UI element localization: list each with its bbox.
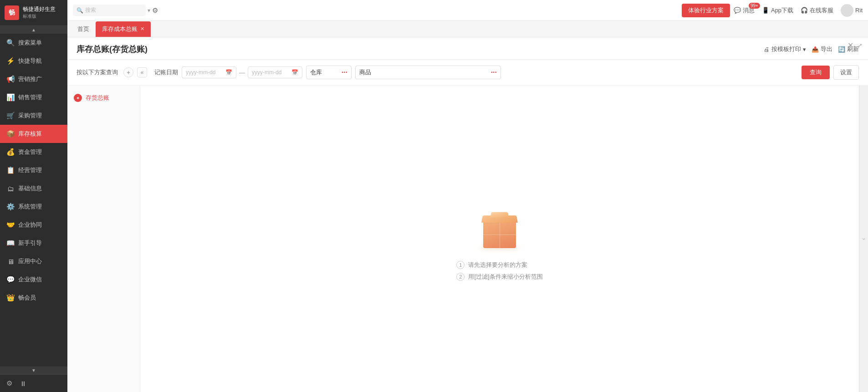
online-support-btn[interactable]: 🎧 在线客服 xyxy=(801,6,833,15)
sidebar-item-finance[interactable]: 💰 资金管理 xyxy=(0,143,67,161)
right-side-panel[interactable]: › xyxy=(859,86,868,392)
cooperation-icon: 🤝 xyxy=(6,221,15,229)
member-icon: 👑 xyxy=(6,294,15,302)
product-select[interactable]: 商品 ··· xyxy=(355,66,501,79)
right-main: 1 请先选择要分析的方案 2 用[过滤]条件来缩小分析范围 xyxy=(140,86,859,392)
product-more-icon: ··· xyxy=(491,68,497,76)
operation-icon: 📋 xyxy=(6,166,15,174)
filter-label: 按以下方案查询 xyxy=(77,68,118,76)
sidebar-item-cooperation[interactable]: 🤝 企业协同 xyxy=(0,216,67,234)
page-close-btn[interactable]: ✕ xyxy=(848,41,853,50)
filter-action-btns: 查询 设置 xyxy=(802,65,859,80)
export-btn[interactable]: 📤 导出 xyxy=(812,45,832,53)
sidebar-scroll-up[interactable]: ▲ xyxy=(0,26,67,34)
marketing-icon: 📢 xyxy=(6,75,15,83)
purchase-icon: 🛒 xyxy=(6,112,15,120)
sidebar-item-inventory[interactable]: 📦 库存核算 xyxy=(0,125,67,143)
filter-add-btn[interactable]: + xyxy=(123,67,133,77)
calendar-icon: 📅 xyxy=(225,69,232,76)
filter-bar: 按以下方案查询 + « 记账日期 yyyy-mm-dd 📅 — yyyy-mm-… xyxy=(67,60,868,86)
empty-illustration xyxy=(472,197,527,252)
finance-icon: 💰 xyxy=(6,148,15,156)
sidebar-item-wechat[interactable]: 💬 企业微信 xyxy=(0,270,67,289)
main-area: 🔍 搜索 ▾ ⚙ 体验行业方案 💬 消息 99+ 📱 App下载 🎧 在线客服 xyxy=(67,0,868,392)
content-area: ✦ 存货总账 xyxy=(67,86,868,392)
avatar-image xyxy=(841,4,853,17)
topbar-nav: 🔍 搜索 ▾ ⚙ xyxy=(73,5,678,16)
phone-icon: 📱 xyxy=(762,7,769,14)
sidebar-item-shortcut[interactable]: ⚡ 快捷导航 xyxy=(0,52,67,70)
sidebar-scroll-down[interactable]: ▼ xyxy=(0,367,67,374)
topbar-right: 💬 消息 99+ 📱 App下载 🎧 在线客服 Rit xyxy=(734,4,863,17)
page-title: 库存总账(存货总账) xyxy=(77,44,148,55)
print-icon: 🖨 xyxy=(764,46,770,53)
guide-icon: 📖 xyxy=(6,239,15,247)
page-header: 库存总账(存货总账) 🖨 按模板打印 ▾ 📤 导出 🔄 刷新 xyxy=(67,37,868,60)
empty-state: 1 请先选择要分析的方案 2 用[过滤]条件来缩小分析范围 xyxy=(456,197,542,281)
tab-close-icon[interactable]: ✕ xyxy=(140,26,144,32)
topbar-search[interactable]: 🔍 搜索 xyxy=(73,5,146,16)
app-name: 畅捷通好生意 xyxy=(23,6,56,13)
topbar-gear-icon[interactable]: ⚙ xyxy=(152,6,158,15)
sidebar-bottom: ⚙ ⏸ xyxy=(0,374,67,392)
date-label: 记账日期 xyxy=(154,68,178,76)
search-icon: 🔍 xyxy=(6,39,15,47)
logo-area: 畅 畅捷通好生意 标准版 xyxy=(0,0,67,26)
sidebar-item-system[interactable]: ⚙️ 系统管理 xyxy=(0,198,67,216)
sidebar-item-sales[interactable]: 📊 销售管理 xyxy=(0,88,67,107)
filter-collapse-btn[interactable]: « xyxy=(137,67,147,77)
page-area: ✕ ⤢ 库存总账(存货总账) 🖨 按模板打印 ▾ 📤 导出 🔄 刷新 xyxy=(67,37,868,392)
apps-icon: 🖥 xyxy=(6,258,15,265)
tab-inventory-cost[interactable]: 库存成本总账 ✕ xyxy=(96,21,151,37)
sidebar-item-purchase[interactable]: 🛒 采购管理 xyxy=(0,107,67,125)
filter-controls: + « 记账日期 yyyy-mm-dd 📅 — yyyy-mm-dd 📅 xyxy=(123,66,796,79)
page-controls: ✕ ⤢ xyxy=(842,37,868,53)
sidebar-item-basic[interactable]: 🗂 基础信息 xyxy=(0,179,67,198)
settings-btn[interactable]: 设置 xyxy=(833,65,859,80)
topbar: 🔍 搜索 ▾ ⚙ 体验行业方案 💬 消息 99+ 📱 App下载 🎧 在线客服 xyxy=(67,0,868,21)
left-panel: ✦ 存货总账 xyxy=(67,86,140,392)
trial-industry-btn[interactable]: 体验行业方案 xyxy=(682,4,730,17)
topbar-dropdown-icon[interactable]: ▾ xyxy=(148,7,150,14)
empty-tips: 1 请先选择要分析的方案 2 用[过滤]条件来缩小分析范围 xyxy=(456,261,542,281)
message-btn[interactable]: 💬 消息 99+ xyxy=(734,6,755,15)
chevron-down-icon: ▾ xyxy=(803,46,806,53)
sidebar-item-search[interactable]: 🔍 搜索菜单 xyxy=(0,34,67,52)
message-badge: 99+ xyxy=(749,3,760,9)
export-icon: 📤 xyxy=(812,46,819,53)
system-icon: ⚙️ xyxy=(6,203,15,211)
inventory-icon: 📦 xyxy=(6,130,15,138)
right-panel-arrow: › xyxy=(861,238,867,240)
page-expand-btn[interactable]: ⤢ xyxy=(857,42,863,49)
date-range: yyyy-mm-dd 📅 — yyyy-mm-dd 📅 xyxy=(182,66,302,78)
message-icon: 💬 xyxy=(734,7,741,14)
app-version: 标准版 xyxy=(23,13,56,20)
logo-icon: 畅 xyxy=(5,5,19,20)
sidebar-item-marketing[interactable]: 📢 营销推广 xyxy=(0,70,67,88)
left-panel-item-inventory[interactable]: ✦ 存货总账 xyxy=(67,90,140,106)
sidebar-item-guide[interactable]: 📖 新手引导 xyxy=(0,234,67,252)
sales-icon: 📊 xyxy=(6,93,15,102)
print-template-btn[interactable]: 🖨 按模板打印 ▾ xyxy=(764,45,806,53)
date-end-input[interactable]: yyyy-mm-dd 📅 xyxy=(248,66,302,78)
calendar-end-icon: 📅 xyxy=(291,69,298,76)
query-btn[interactable]: 查询 xyxy=(802,66,830,79)
warehouse-select[interactable]: 仓库 ··· xyxy=(306,66,352,79)
sidebar-item-member[interactable]: 👑 畅会员 xyxy=(0,289,67,307)
tab-home[interactable]: 首页 xyxy=(71,21,96,37)
toggle-sidebar-icon[interactable]: ⏸ xyxy=(20,380,26,387)
app-download-btn[interactable]: 📱 App下载 xyxy=(762,6,793,15)
tabbar: 首页 库存成本总账 ✕ xyxy=(67,21,868,37)
sidebar: 畅 畅捷通好生意 标准版 ▲ 🔍 搜索菜单 ⚡ 快捷导航 📢 营销推广 📊 销售… xyxy=(0,0,67,392)
inventory-ledger-icon: ✦ xyxy=(74,94,82,102)
sidebar-item-apps[interactable]: 🖥 应用中心 xyxy=(0,252,67,270)
sidebar-nav: 🔍 搜索菜单 ⚡ 快捷导航 📢 营销推广 📊 销售管理 🛒 采购管理 📦 库存核… xyxy=(0,34,67,367)
user-avatar[interactable]: Rit xyxy=(841,4,863,17)
sidebar-item-operation[interactable]: 📋 经营管理 xyxy=(0,161,67,179)
basic-icon: 🗂 xyxy=(6,185,15,193)
headset-icon: 🎧 xyxy=(801,7,808,14)
date-start-input[interactable]: yyyy-mm-dd 📅 xyxy=(182,66,236,78)
empty-tip-1: 1 请先选择要分析的方案 xyxy=(456,261,542,269)
settings-bottom-icon[interactable]: ⚙ xyxy=(6,379,12,387)
empty-tip-2: 2 用[过滤]条件来缩小分析范围 xyxy=(456,273,542,281)
